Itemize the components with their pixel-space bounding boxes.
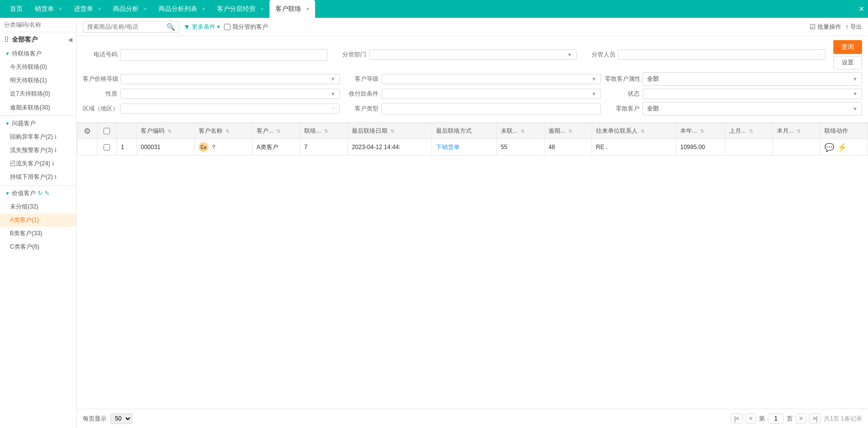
- sidebar-item-7days[interactable]: 近7天待联络(0): [0, 87, 76, 101]
- cell-name: Ea ？: [194, 139, 252, 156]
- all-customers-header[interactable]: ⠿ 全部客户 ◀: [0, 32, 76, 47]
- sort-overdue-icon[interactable]: ⇅: [568, 128, 572, 134]
- last-page-button[interactable]: >|: [809, 414, 821, 424]
- first-page-button[interactable]: |<: [731, 414, 743, 424]
- my-customers-checkbox-label[interactable]: 我分管的客户: [224, 23, 268, 31]
- sidebar-item-class-a[interactable]: A类客户(1): [0, 214, 76, 227]
- sort-contact-icon[interactable]: ⇅: [324, 128, 328, 134]
- cell-contact-count: 7: [300, 139, 347, 156]
- table-settings-icon[interactable]: ⚙: [84, 126, 91, 136]
- per-page-select[interactable]: 50: [110, 413, 132, 424]
- sort-date-icon[interactable]: ⇅: [390, 128, 394, 134]
- filter-retail-customer-select[interactable]: 全部 ▼: [643, 102, 862, 115]
- nav-home[interactable]: 首页: [4, 0, 29, 18]
- pending-contact-group-title[interactable]: ▼ 待联络客户: [0, 47, 76, 60]
- filter-dept-select[interactable]: ▼: [369, 50, 576, 60]
- filter-region-select[interactable]: ···: [120, 104, 340, 114]
- sort-last-month-icon[interactable]: ⇅: [749, 128, 753, 134]
- filter-nature-select[interactable]: ▼: [120, 89, 340, 99]
- message-action-icon[interactable]: 💬: [824, 143, 834, 152]
- link-action-icon[interactable]: ⚡: [837, 143, 847, 152]
- query-button[interactable]: 查询: [833, 40, 862, 54]
- batch-op-btn[interactable]: ☑ 批量操作: [810, 23, 841, 31]
- sidebar-item-rebuy-abnormal[interactable]: 回购异常客户(2) ℹ: [0, 130, 76, 144]
- sort-code-icon[interactable]: ⇅: [167, 128, 171, 134]
- filter-status-select[interactable]: ▼: [643, 89, 862, 99]
- value-customers-group-title[interactable]: ▼ 价值客户 ↻ ✎: [0, 187, 76, 200]
- filter-customer-type-input[interactable]: [381, 103, 601, 115]
- sort-this-month-icon[interactable]: ⇅: [797, 128, 801, 134]
- sidebar-item-tomorrow[interactable]: 明天待联络(1): [0, 74, 76, 87]
- close-sales-icon[interactable]: ×: [59, 6, 62, 12]
- refresh-icon[interactable]: ↻: [38, 190, 43, 197]
- filter-person-select[interactable]: ···: [618, 50, 825, 60]
- row-checkbox[interactable]: [104, 144, 110, 151]
- triangle-down-icon-3: ▼: [5, 191, 10, 196]
- filter-row-1: 电话号码 分管部门 ▼ 分管人员 ···: [83, 40, 862, 69]
- page-number-input[interactable]: [768, 414, 784, 424]
- nav-customer-tier[interactable]: 客户分层经营 ×: [211, 0, 270, 18]
- close-customer-contact-icon[interactable]: ×: [306, 6, 309, 12]
- sidebar-item-declining[interactable]: 持续下滑客户(2) ℹ: [0, 170, 76, 184]
- filter-price-level-select[interactable]: ▼: [120, 74, 340, 84]
- setting-button[interactable]: 设置: [833, 56, 862, 69]
- nav-purchase[interactable]: 进货单 ×: [68, 0, 107, 18]
- toolbar: 🔍 ▼ 更多条件 ▾ 我分管的客户 ☑ 批量操作 ↑ 导出: [77, 18, 868, 36]
- nav-customer-contact[interactable]: 客户联络 ×: [270, 0, 315, 18]
- sidebar-search-input[interactable]: [4, 21, 77, 28]
- close-product-list-icon[interactable]: ×: [202, 6, 205, 12]
- filter-retail-attr-select[interactable]: 全部 ▼: [643, 72, 862, 86]
- nav-sales[interactable]: 销货单 ×: [29, 0, 68, 18]
- filter-retail-caret: ▼: [853, 76, 858, 82]
- last-method-link[interactable]: 下销货单: [436, 144, 460, 151]
- filter-nature-label: 性质: [83, 90, 117, 98]
- filter-dept-label: 分管部门: [331, 51, 366, 59]
- close-product-analysis-icon[interactable]: ×: [144, 6, 147, 12]
- export-label: 导出: [850, 23, 862, 31]
- sidebar-item-overdue[interactable]: 逾期未联络(30): [0, 101, 76, 114]
- sidebar-item-churn-warning[interactable]: 流失预警客户(3) ℹ: [0, 144, 76, 157]
- col-uncontacted: 未联... ⇅: [496, 123, 544, 139]
- edit-icon[interactable]: ✎: [45, 190, 50, 197]
- batch-icon: ☑: [810, 23, 816, 31]
- sidebar-item-churned[interactable]: 已流失客户(24) ℹ: [0, 157, 76, 170]
- sidebar-search-container: 🔍: [0, 18, 76, 32]
- my-customers-label: 我分管的客户: [232, 23, 268, 31]
- sort-uncontacted-icon[interactable]: ⇅: [521, 128, 525, 134]
- my-customers-checkbox[interactable]: [224, 24, 230, 30]
- sidebar-item-unclassified[interactable]: 未分组(32): [0, 200, 76, 214]
- sort-type-icon[interactable]: ⇅: [276, 128, 280, 134]
- sidebar-item-class-b[interactable]: B类客户(33): [0, 227, 76, 240]
- sidebar-item-class-c[interactable]: C类客户(6): [0, 240, 76, 254]
- collapse-icon: ◀: [68, 36, 72, 43]
- per-page-label: 每页显示: [83, 415, 107, 423]
- sidebar-item-today[interactable]: 今天待联络(0): [0, 60, 76, 74]
- search-input[interactable]: [87, 23, 166, 30]
- sort-contact2-icon[interactable]: ⇅: [641, 128, 645, 134]
- close-purchase-icon[interactable]: ×: [98, 6, 101, 12]
- export-btn[interactable]: ↑ 导出: [845, 23, 862, 31]
- close-customer-tier-icon[interactable]: ×: [261, 6, 264, 12]
- filter-person-dots: ···: [817, 52, 821, 57]
- cell-code: 000031: [137, 139, 195, 156]
- customer-name-text: ？: [211, 143, 217, 152]
- col-customer-name: 客户名称 ⇅: [194, 123, 252, 139]
- filter-region-dots: ···: [331, 106, 335, 111]
- filter-phone-input[interactable]: [120, 49, 327, 61]
- select-all-checkbox[interactable]: [104, 128, 110, 134]
- filter-panel: 电话号码 分管部门 ▼ 分管人员 ···: [77, 36, 868, 123]
- toolbar-actions: ☑ 批量操作 ↑ 导出: [810, 23, 862, 31]
- filter-more-btn[interactable]: ▼ 更多条件 ▾: [183, 23, 220, 31]
- filter-payment-select[interactable]: ▼: [381, 89, 601, 99]
- nav-product-analysis[interactable]: 商品分析 ×: [107, 0, 153, 18]
- filter-retail-attr-label: 零散客户属性: [605, 75, 640, 83]
- filter-customer-level-select[interactable]: ▼: [381, 74, 601, 84]
- toolbar-search-icon[interactable]: 🔍: [166, 23, 175, 31]
- nav-product-list[interactable]: 商品分析列表 ×: [153, 0, 211, 18]
- window-close-button[interactable]: ×: [859, 4, 864, 14]
- problem-customers-group-title[interactable]: ▼ 问题客户: [0, 117, 76, 130]
- prev-page-button[interactable]: <: [746, 414, 756, 424]
- next-page-button[interactable]: >: [796, 414, 806, 424]
- sort-year-icon[interactable]: ⇅: [700, 128, 704, 134]
- sort-name-icon[interactable]: ⇅: [225, 128, 229, 134]
